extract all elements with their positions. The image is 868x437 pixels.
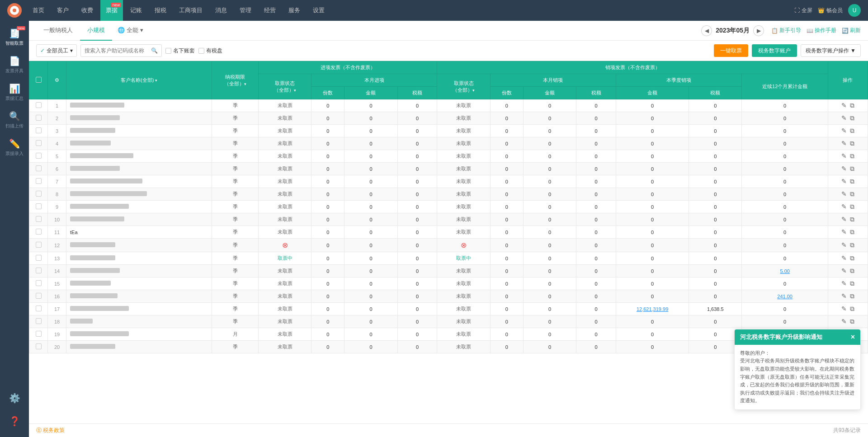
edit-button[interactable]: ✎ bbox=[841, 102, 847, 109]
edit-button[interactable]: ✎ bbox=[841, 267, 847, 274]
edit-button[interactable]: ✎ bbox=[841, 280, 847, 287]
copy-button[interactable]: ⧉ bbox=[850, 152, 854, 160]
nav-customer[interactable]: 客户 bbox=[52, 0, 74, 21]
copy-button[interactable]: ⧉ bbox=[850, 254, 854, 262]
copy-button[interactable]: ⧉ bbox=[850, 203, 854, 210]
nav-service[interactable]: 服务 bbox=[283, 0, 306, 21]
employee-filter[interactable]: ✓ 全部员工 ▾ bbox=[36, 44, 77, 57]
row-checkbox[interactable] bbox=[29, 303, 48, 315]
nav-ops[interactable]: 经营 bbox=[259, 0, 281, 21]
row-checkbox[interactable] bbox=[29, 99, 48, 112]
th-name[interactable]: 客户名称(全部) ▾ bbox=[66, 61, 212, 99]
edit-button[interactable]: ✎ bbox=[841, 216, 847, 223]
edit-button[interactable]: ✎ bbox=[841, 241, 847, 249]
tax-policy-link[interactable]: ⓪ 税务政策 bbox=[36, 427, 65, 434]
row-checkbox[interactable] bbox=[29, 125, 48, 137]
copy-button[interactable]: ⧉ bbox=[850, 140, 854, 147]
edit-button[interactable]: ✎ bbox=[841, 165, 847, 172]
nav-message[interactable]: 消息 bbox=[210, 0, 232, 21]
row-checkbox[interactable] bbox=[29, 150, 48, 163]
row-checkbox[interactable] bbox=[29, 226, 48, 239]
row-checkbox[interactable] bbox=[29, 112, 48, 125]
row-checkbox[interactable] bbox=[29, 239, 48, 252]
edit-button[interactable]: ✎ bbox=[841, 178, 847, 185]
copy-button[interactable]: ⧉ bbox=[850, 228, 854, 235]
app-logo[interactable] bbox=[7, 3, 22, 18]
refresh-button[interactable]: 🔄 刷新 bbox=[842, 27, 861, 34]
row-checkbox[interactable] bbox=[29, 252, 48, 265]
edit-button[interactable]: ✎ bbox=[841, 292, 847, 300]
row-checkbox[interactable] bbox=[29, 201, 48, 213]
row-checkbox[interactable] bbox=[29, 163, 48, 175]
copy-button[interactable]: ⧉ bbox=[850, 127, 854, 134]
th-out-status[interactable]: 取票状态（全部）▾ bbox=[437, 74, 490, 99]
edit-button[interactable]: ✎ bbox=[841, 140, 847, 147]
nav-billing[interactable]: 收费 bbox=[76, 0, 99, 21]
tab-full[interactable]: 🌐 全能 ▾ bbox=[112, 21, 149, 41]
row-checkbox[interactable] bbox=[29, 315, 48, 328]
edit-button[interactable]: ✎ bbox=[841, 228, 847, 235]
date-prev-button[interactable]: ◀ bbox=[701, 25, 712, 36]
manual-button[interactable]: 📖 操作手册 bbox=[807, 27, 836, 34]
new-guide-button[interactable]: 📋 新手引导 bbox=[771, 27, 801, 34]
row-checkbox[interactable] bbox=[29, 328, 48, 341]
nav-accounting[interactable]: 记账 bbox=[125, 0, 147, 21]
tab-small-scale[interactable]: 小规模 bbox=[80, 21, 112, 41]
edit-button[interactable]: ✎ bbox=[841, 152, 847, 160]
edit-button[interactable]: ✎ bbox=[841, 114, 847, 122]
copy-button[interactable]: ⧉ bbox=[850, 241, 854, 249]
column-settings-icon[interactable]: ⚙ bbox=[55, 77, 59, 83]
edit-button[interactable]: ✎ bbox=[841, 254, 847, 262]
row-checkbox[interactable] bbox=[29, 341, 48, 353]
edit-button[interactable]: ✎ bbox=[841, 190, 847, 197]
edit-button[interactable]: ✎ bbox=[841, 305, 847, 312]
sidebar-item-entry[interactable]: ✏️ 票据录入 bbox=[2, 135, 27, 160]
nav-manage[interactable]: 管理 bbox=[234, 0, 257, 21]
sidebar-item-scan[interactable]: 🔍 扫描上传 bbox=[2, 107, 27, 133]
edit-button[interactable]: ✎ bbox=[841, 318, 847, 325]
tab-general-taxpayer[interactable]: 一般纳税人 bbox=[36, 21, 80, 41]
copy-button[interactable]: ⧉ bbox=[850, 190, 854, 197]
sidebar-item-summary[interactable]: 📊 票据汇总 bbox=[2, 80, 27, 105]
row-checkbox[interactable] bbox=[29, 265, 48, 277]
sub-account-checkbox[interactable] bbox=[165, 48, 171, 54]
notification-close-button[interactable]: × bbox=[851, 333, 855, 341]
avatar[interactable]: U bbox=[848, 4, 861, 17]
checkbox-tax-disk[interactable]: 有税盘 bbox=[198, 47, 222, 55]
row-checkbox[interactable] bbox=[29, 213, 48, 226]
copy-button[interactable]: ⧉ bbox=[850, 114, 854, 122]
edit-button[interactable]: ✎ bbox=[841, 203, 847, 210]
search-input[interactable] bbox=[85, 47, 151, 54]
nav-home[interactable]: 首页 bbox=[27, 0, 50, 21]
th-in-status[interactable]: 取票状态（全部）▾ bbox=[258, 74, 311, 99]
sidebar-item-open-invoice[interactable]: 📄 发票开具 bbox=[2, 52, 27, 78]
copy-button[interactable]: ⧉ bbox=[850, 267, 854, 274]
row-checkbox[interactable] bbox=[29, 290, 48, 303]
nav-settings[interactable]: 设置 bbox=[307, 0, 330, 21]
nav-invoice[interactable]: 票据 new bbox=[100, 0, 123, 21]
copy-button[interactable]: ⧉ bbox=[850, 292, 854, 300]
nav-business[interactable]: 工商项目 bbox=[174, 0, 208, 21]
sidebar-settings-btn[interactable]: ⚙️ bbox=[2, 389, 27, 409]
edit-button[interactable]: ✎ bbox=[841, 127, 847, 134]
copy-button[interactable]: ⧉ bbox=[850, 280, 854, 287]
tax-account-button[interactable]: 税务数字账户 bbox=[752, 44, 797, 57]
tax-account-ops-button[interactable]: 税务数字账户操作 ▼ bbox=[801, 44, 861, 57]
search-box[interactable]: 🔍 bbox=[80, 44, 162, 57]
row-checkbox[interactable] bbox=[29, 188, 48, 201]
tax-disk-checkbox[interactable] bbox=[198, 48, 204, 54]
row-checkbox[interactable] bbox=[29, 137, 48, 150]
one-click-fetch-button[interactable]: 一键取票 bbox=[714, 44, 748, 57]
member-button[interactable]: 👑 畅会员 bbox=[818, 7, 843, 14]
copy-button[interactable]: ⧉ bbox=[850, 102, 854, 109]
copy-button[interactable]: ⧉ bbox=[850, 318, 854, 325]
row-checkbox[interactable] bbox=[29, 175, 48, 188]
checkbox-sub-account[interactable]: 名下账套 bbox=[165, 47, 195, 55]
sidebar-item-smart-fetch[interactable]: 🧾 智能取票 new bbox=[2, 24, 27, 50]
row-checkbox[interactable] bbox=[29, 277, 48, 290]
copy-button[interactable]: ⧉ bbox=[850, 216, 854, 223]
fullscreen-button[interactable]: ⛶ 全屏 bbox=[794, 7, 812, 14]
th-period[interactable]: 纳税期限（全部）▾ bbox=[212, 61, 259, 99]
select-all-checkbox[interactable] bbox=[36, 77, 42, 83]
copy-button[interactable]: ⧉ bbox=[850, 165, 854, 172]
